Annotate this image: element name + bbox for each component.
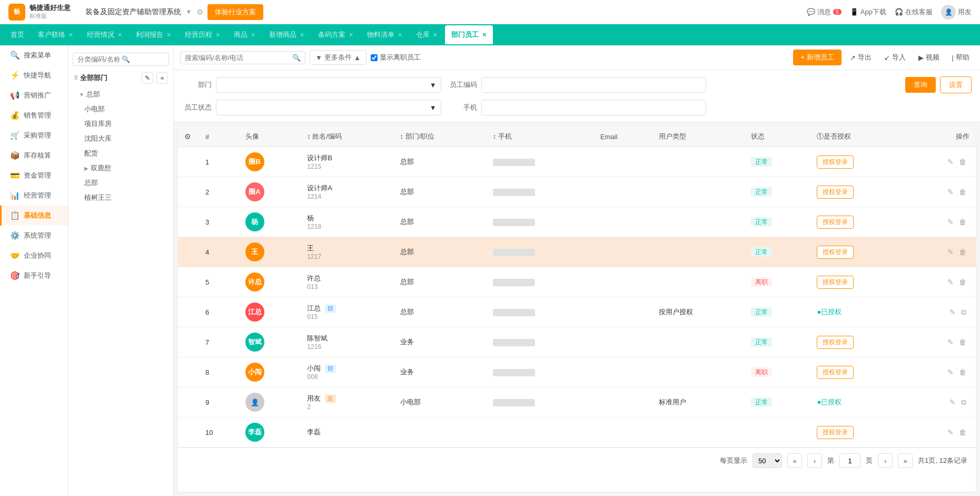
tab-profit-close[interactable]: ✕: [166, 32, 171, 38]
help-btn[interactable]: | 帮助: [948, 51, 974, 64]
tab-profit[interactable]: 利润报告 ✕: [130, 25, 177, 44]
dept-tree-shenyang[interactable]: 沈阳大库: [68, 131, 173, 146]
edit-icon-3[interactable]: ✎: [947, 218, 954, 226]
all-depts-label[interactable]: 全部部门: [80, 73, 107, 83]
sidebar-item-purchase[interactable]: 🛒 采购管理: [0, 125, 68, 145]
filter-more-btn[interactable]: ▼ 更多条件 ▲: [310, 50, 367, 65]
sidebar-item-inventory[interactable]: 📦 库存核算: [0, 145, 68, 166]
auth-btn-8[interactable]: 授权登录: [817, 366, 854, 379]
dept-tree-peihuo[interactable]: 配货: [68, 146, 173, 161]
tab-barcode[interactable]: 条码方案 ✕: [312, 25, 360, 44]
auth-btn-5[interactable]: 授权登录: [817, 276, 854, 289]
edit-icon-4[interactable]: ✎: [947, 248, 954, 256]
sidebar-item-sales[interactable]: 💰 销售管理: [0, 105, 68, 125]
tab-material-close[interactable]: ✕: [398, 32, 402, 38]
col-dept-pos[interactable]: ↕ 部门/职位: [394, 127, 487, 147]
settings-icon[interactable]: ⚙: [196, 7, 203, 17]
tab-new-goods[interactable]: 新增商品 ✕: [263, 25, 311, 44]
copy-icon-9[interactable]: ⧉: [961, 398, 966, 406]
edit-icon-10[interactable]: ✎: [947, 428, 954, 436]
phone-input[interactable]: [481, 100, 707, 115]
auth-btn-2[interactable]: 授权登录: [817, 186, 854, 199]
view-btn[interactable]: ▶ 视频: [914, 51, 944, 64]
classify-search-input[interactable]: [77, 55, 120, 63]
add-employee-btn[interactable]: + 新增员工: [793, 50, 841, 65]
dept-filter-select[interactable]: ▼: [216, 77, 441, 93]
tab-barcode-close[interactable]: ✕: [349, 32, 353, 38]
tab-business[interactable]: 经营情况 ✕: [81, 25, 128, 44]
prev-page-btn[interactable]: ‹: [807, 453, 822, 468]
col-phone[interactable]: ↕ 手机: [487, 127, 594, 147]
search-input[interactable]: [185, 54, 290, 62]
dept-collapse-icon[interactable]: «: [156, 72, 168, 84]
tab-warehouse-close[interactable]: ✕: [433, 32, 438, 38]
delete-icon-8[interactable]: 🗑: [959, 368, 966, 376]
edit-icon-6[interactable]: ✎: [949, 308, 956, 316]
delete-icon-2[interactable]: 🗑: [959, 188, 966, 196]
edit-icon-8[interactable]: ✎: [947, 368, 954, 376]
trial-button[interactable]: 体验行业方案: [207, 4, 263, 20]
sidebar-item-basics[interactable]: 📋 基础信息: [0, 206, 68, 226]
show-resigned-checkbox[interactable]: [371, 54, 378, 61]
query-btn[interactable]: 查询: [905, 77, 936, 93]
tab-customer-close[interactable]: ✕: [68, 32, 73, 38]
tab-process-close[interactable]: ✕: [215, 32, 220, 38]
user-btn[interactable]: 👤 用友: [941, 5, 972, 20]
dropdown-arrow-icon[interactable]: ▼: [185, 8, 192, 16]
delete-icon-10[interactable]: 🗑: [959, 428, 966, 436]
page-number-input[interactable]: [839, 453, 860, 468]
dept-tree-zongbu[interactable]: 总部: [68, 176, 173, 190]
dept-tree-project[interactable]: 项目库房: [68, 116, 173, 131]
sidebar-item-quicknav[interactable]: ⚡ 快捷导航: [0, 65, 68, 85]
sidebar-item-system[interactable]: ⚙️ 系统管理: [0, 226, 68, 246]
tab-goods[interactable]: 商品 ✕: [227, 25, 262, 44]
edit-icon-1[interactable]: ✎: [947, 158, 954, 166]
edit-icon-5[interactable]: ✎: [947, 278, 954, 286]
auth-btn-3[interactable]: 授权登录: [817, 216, 854, 229]
auth-btn-10[interactable]: 授权登录: [817, 426, 854, 439]
message-btn[interactable]: 💬 消息 6: [807, 7, 842, 17]
last-page-btn[interactable]: »: [898, 453, 913, 468]
tab-new-goods-close[interactable]: ✕: [300, 32, 304, 38]
dept-tree-root[interactable]: ▼ 总部: [68, 87, 173, 102]
tab-home[interactable]: 首页: [4, 25, 31, 44]
import-btn[interactable]: ↙ 导入: [880, 51, 910, 64]
copy-icon-6[interactable]: ⧉: [961, 308, 966, 316]
delete-icon-1[interactable]: 🗑: [959, 158, 966, 166]
sidebar-item-operations[interactable]: 📊 经营管理: [0, 186, 68, 206]
empcode-input[interactable]: [481, 77, 707, 93]
next-page-btn[interactable]: ›: [878, 453, 893, 468]
online-service-btn[interactable]: 🎧 在线客服: [895, 7, 933, 17]
delete-icon-7[interactable]: 🗑: [959, 338, 966, 346]
export-btn[interactable]: ↗ 导出: [846, 51, 876, 64]
search-btn-icon[interactable]: 🔍: [292, 54, 301, 62]
reset-btn[interactable]: 设置: [940, 76, 972, 93]
dept-tree-shuanglu[interactable]: ▶ 双鹿想: [68, 161, 173, 176]
delete-icon-3[interactable]: 🗑: [959, 218, 966, 226]
tab-employees-close[interactable]: ✕: [482, 32, 487, 38]
auth-btn-7[interactable]: 授权登录: [817, 336, 854, 349]
app-download-btn[interactable]: 📱 App下载: [850, 7, 886, 17]
show-resigned-checkbox-wrap[interactable]: 显示离职员工: [371, 53, 421, 62]
tab-material[interactable]: 物料清单 ✕: [361, 25, 409, 44]
dept-tree-xiaodian[interactable]: 小电部: [68, 102, 173, 116]
tab-warehouse[interactable]: 仓库 ✕: [410, 25, 444, 44]
auth-btn-4[interactable]: 授权登录: [817, 246, 854, 259]
tab-goods-close[interactable]: ✕: [251, 32, 255, 38]
empstatus-select[interactable]: ▼: [216, 100, 441, 115]
sidebar-item-marketing[interactable]: 📢 营销推广: [0, 85, 68, 105]
sidebar-item-search[interactable]: 🔍 搜索菜单: [0, 45, 68, 65]
sidebar-item-collab[interactable]: 🤝 企业协同: [0, 246, 68, 266]
delete-icon-5[interactable]: 🗑: [959, 278, 966, 286]
tab-customer[interactable]: 客户联络 ✕: [32, 25, 80, 44]
sidebar-item-finance[interactable]: 💳 资金管理: [0, 166, 68, 186]
tab-employees[interactable]: 部门员工 ✕: [445, 25, 493, 44]
tab-business-close[interactable]: ✕: [117, 32, 122, 38]
delete-icon-4[interactable]: 🗑: [959, 248, 966, 256]
edit-icon-9[interactable]: ✎: [949, 398, 956, 406]
col-name-code[interactable]: ↕ 姓名/编码: [301, 127, 393, 147]
per-page-select[interactable]: 50 100: [753, 453, 782, 468]
tab-process[interactable]: 经营历程 ✕: [179, 25, 226, 44]
first-page-btn[interactable]: «: [787, 453, 802, 468]
sidebar-item-guide[interactable]: 🎯 新手引导: [0, 266, 68, 286]
